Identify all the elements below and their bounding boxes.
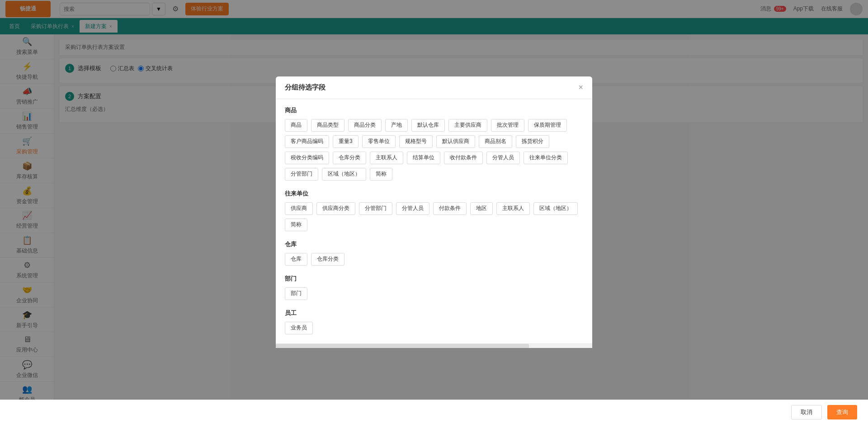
section-warehouse: 仓库 仓库 仓库分类 [285,240,583,266]
field-tag[interactable]: 商品类型 [311,119,344,132]
field-tag[interactable]: 主要供应商 [448,119,487,132]
department-field-tags: 部门 [285,287,583,300]
modal-footer: 取消 查询 [0,400,868,424]
cancel-button[interactable]: 取消 [791,405,822,419]
field-tag[interactable]: 简称 [370,168,392,181]
modal-header: 分组待选字段 × [276,76,592,99]
section-department-title: 部门 [285,275,583,283]
section-warehouse-title: 仓库 [285,240,583,248]
goods-field-tags: 商品 商品类型 商品分类 产地 默认仓库 主要供应商 批次管理 保质期管理 客户… [285,119,583,181]
field-tag[interactable]: 仓库分类 [311,253,344,266]
field-select-modal: 分组待选字段 × 商品 商品 商品类型 商品分类 产地 默认仓库 主要供应商 批… [276,76,592,348]
section-goods: 商品 商品 商品类型 商品分类 产地 默认仓库 主要供应商 批次管理 保质期管理… [285,106,583,181]
field-tag[interactable]: 分管人员 [486,152,520,164]
field-tag[interactable]: 零售单位 [362,135,396,148]
field-tag[interactable]: 保质期管理 [528,119,567,132]
field-tag[interactable]: 税收分类编码 [285,152,329,164]
field-tag[interactable]: 默认仓库 [411,119,445,132]
field-tag[interactable]: 批次管理 [491,119,524,132]
employee-field-tags: 业务员 [285,322,583,334]
field-tag[interactable]: 业务员 [285,322,313,334]
field-tag[interactable]: 仓库分类 [333,152,366,164]
section-partner: 往来单位 供应商 供应商分类 分管部门 分管人员 付款条件 地区 主联系人 区域… [285,190,583,231]
section-partner-title: 往来单位 [285,190,583,198]
modal-overlay: 分组待选字段 × 商品 商品 商品类型 商品分类 产地 默认仓库 主要供应商 批… [0,0,868,424]
field-tag[interactable]: 主联系人 [370,152,403,164]
field-tag[interactable]: 客户商品编码 [285,135,329,148]
modal-title: 分组待选字段 [285,83,326,92]
field-tag[interactable]: 重量3 [333,135,359,148]
field-tag[interactable]: 主联系人 [496,202,530,215]
modal-body[interactable]: 商品 商品 商品类型 商品分类 产地 默认仓库 主要供应商 批次管理 保质期管理… [276,99,592,343]
horizontal-scroll-thumb [276,344,529,348]
field-tag[interactable]: 商品分类 [348,119,382,132]
field-tag[interactable]: 收付款条件 [444,152,483,164]
confirm-button[interactable]: 查询 [827,405,857,419]
field-tag[interactable]: 供应商 [285,202,313,215]
modal-horizontal-scrollbar[interactable] [276,343,592,348]
section-employee: 员工 业务员 [285,309,583,334]
field-tag[interactable]: 部门 [285,287,307,300]
field-tag[interactable]: 分管部门 [285,168,318,181]
field-tag[interactable]: 商品 [285,119,307,132]
field-tag[interactable]: 结算单位 [407,152,440,164]
section-department: 部门 部门 [285,275,583,300]
field-tag[interactable]: 地区 [470,202,493,215]
field-tag[interactable]: 区域（地区） [322,168,366,181]
warehouse-field-tags: 仓库 仓库分类 [285,253,583,266]
field-tag[interactable]: 规格型号 [399,135,433,148]
partner-field-tags: 供应商 供应商分类 分管部门 分管人员 付款条件 地区 主联系人 区域（地区） … [285,202,583,231]
field-tag[interactable]: 默认供应商 [436,135,475,148]
field-tag[interactable]: 仓库 [285,253,307,266]
field-tag[interactable]: 分管人员 [396,202,429,215]
field-tag[interactable]: 拣货积分 [516,135,549,148]
field-tag[interactable]: 简称 [285,219,307,231]
field-tag[interactable]: 商品别名 [479,135,512,148]
section-employee-title: 员工 [285,309,583,317]
field-tag[interactable]: 供应商分类 [316,202,355,215]
field-tag[interactable]: 往来单位分类 [524,152,568,164]
field-tag[interactable]: 付款条件 [433,202,467,215]
field-tag[interactable]: 区域（地区） [533,202,578,215]
section-goods-title: 商品 [285,106,583,114]
field-tag[interactable]: 产地 [385,119,408,132]
field-tag[interactable]: 分管部门 [359,202,392,215]
modal-close-icon[interactable]: × [578,83,583,92]
